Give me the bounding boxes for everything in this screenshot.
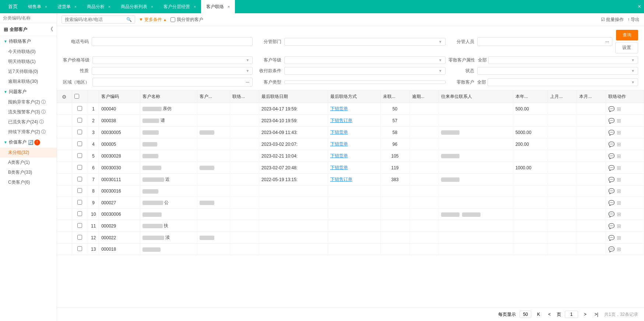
customer-level-select[interactable]: ▼	[284, 56, 445, 64]
grid-action-icon[interactable]: ⊞	[617, 141, 621, 147]
sidebar-group-value[interactable]: ▼ 价值客户 🔄 !	[0, 137, 57, 148]
grid-action-icon[interactable]: ⊞	[617, 106, 621, 112]
close-tab-4-icon[interactable]: ×	[194, 4, 196, 9]
row-select-checkbox[interactable]	[77, 188, 82, 193]
nav-home[interactable]: 首页	[3, 3, 23, 10]
row-checkbox[interactable]	[72, 138, 88, 150]
row-select-checkbox[interactable]	[77, 211, 82, 216]
grid-action-icon[interactable]: ⊞	[617, 246, 621, 252]
col-contact[interactable]: 联络...	[230, 91, 259, 103]
export-btn[interactable]: ↑ 导出	[627, 17, 640, 23]
close-tab-5-icon[interactable]: ×	[228, 4, 230, 9]
grid-action-icon[interactable]: ⊞	[617, 223, 621, 229]
row-checkbox[interactable]	[72, 232, 88, 244]
scattered-attr-select[interactable]: ▼	[488, 56, 638, 64]
message-icon[interactable]: 💬	[608, 188, 615, 194]
sidebar-group-problem[interactable]: ▼ 问题客户	[0, 87, 57, 97]
message-icon[interactable]: 💬	[608, 246, 615, 252]
message-icon[interactable]: 💬	[608, 106, 615, 112]
price-level-select[interactable]: ▼	[92, 56, 253, 64]
row-checkbox[interactable]	[72, 174, 88, 186]
sidebar-item-ungrouped[interactable]: 未分组(32)	[0, 148, 57, 158]
row-select-checkbox[interactable]	[77, 165, 82, 170]
grid-action-icon[interactable]: ⊞	[617, 211, 621, 217]
close-tab-3-icon[interactable]: ×	[151, 4, 153, 9]
col-code[interactable]: 客户编码	[99, 91, 140, 103]
filter-search-icon[interactable]: 🔍	[126, 17, 132, 22]
sidebar-item-today[interactable]: 今天待联络(0)	[0, 47, 57, 57]
row-select-checkbox[interactable]	[77, 177, 82, 181]
col-this-month[interactable]: 本月...	[577, 91, 606, 103]
nav-tab-customer-contact[interactable]: 客户联络 ×	[201, 0, 235, 13]
col-last-month[interactable]: 上月...	[548, 91, 577, 103]
filter-search-input[interactable]	[65, 17, 126, 22]
sidebar-item-class-c[interactable]: C类客户(6)	[0, 177, 57, 187]
message-icon[interactable]: 💬	[608, 165, 615, 171]
row-select-checkbox[interactable]	[77, 118, 82, 123]
query-button[interactable]: 查询	[616, 30, 638, 40]
sidebar-item-overdue[interactable]: 逾期未联络(30)	[0, 77, 57, 87]
row-checkbox[interactable]	[72, 244, 88, 255]
my-customers-checkbox-label[interactable]: 我分管的客户	[170, 17, 203, 23]
row-select-checkbox[interactable]	[77, 200, 82, 205]
row-select-checkbox[interactable]	[77, 130, 82, 134]
sidebar-search-input[interactable]	[3, 15, 57, 21]
sidebar-item-churned[interactable]: 已流失客户(24) ⓘ	[0, 117, 57, 127]
message-icon[interactable]: 💬	[608, 118, 615, 124]
my-customers-checkbox[interactable]	[170, 17, 175, 22]
batch-operation-btn[interactable]: ☑ 批量操作	[601, 17, 624, 23]
close-tab-1-icon[interactable]: ×	[74, 4, 77, 9]
col-name[interactable]: 客户名称	[140, 91, 197, 103]
nav-tab-sales[interactable]: 销售单 ×	[23, 0, 52, 13]
row-select-checkbox[interactable]	[77, 153, 82, 158]
nature-select[interactable]: ▼	[92, 67, 253, 75]
more-conditions-btn[interactable]: ▼ 更多条件 ▲	[139, 17, 167, 23]
row-checkbox[interactable]	[72, 186, 88, 197]
reset-button[interactable]: 设置	[615, 42, 638, 53]
sidebar-item-class-b[interactable]: B类客户(33)	[0, 167, 57, 177]
page-number-input[interactable]	[565, 311, 578, 318]
row-checkbox[interactable]	[72, 197, 88, 209]
col-no-contact[interactable]: 未联...	[380, 91, 409, 103]
table-settings-icon[interactable]: ⚙	[57, 91, 72, 103]
nav-tab-customer-tier[interactable]: 客户分层经营 ×	[158, 0, 201, 13]
grid-action-icon[interactable]: ⊞	[617, 188, 621, 194]
payment-select[interactable]: ▼	[284, 67, 445, 75]
message-icon[interactable]: 💬	[608, 200, 615, 206]
contact-method-link[interactable]: 下销货单	[330, 165, 348, 170]
row-checkbox[interactable]	[72, 127, 88, 138]
message-icon[interactable]: 💬	[608, 177, 615, 183]
row-checkbox[interactable]	[72, 115, 88, 127]
nav-tab-product-analysis[interactable]: 商品分析 ×	[82, 0, 116, 13]
sidebar-item-declining[interactable]: 持续下滑客户(2) ⓘ	[0, 127, 57, 137]
contact-method-link[interactable]: 下销货单	[330, 153, 348, 158]
first-page-btn[interactable]: K	[535, 311, 542, 318]
sidebar-item-class-a[interactable]: A类客户(1)	[0, 158, 57, 167]
contact-method-link[interactable]: 下销货单	[330, 141, 348, 147]
customer-type-select[interactable]	[284, 80, 445, 84]
select-all-checkbox[interactable]	[74, 94, 79, 99]
row-checkbox[interactable]	[72, 150, 88, 162]
message-icon[interactable]: 💬	[608, 235, 615, 241]
col-overdue[interactable]: 逾期...	[409, 91, 439, 103]
row-select-checkbox[interactable]	[77, 106, 82, 111]
prev-page-btn[interactable]: <	[546, 311, 553, 318]
contact-method-link[interactable]: 下销售订单	[330, 177, 352, 182]
close-tab-2-icon[interactable]: ×	[108, 4, 110, 9]
page-size-select[interactable]: 50	[520, 311, 531, 318]
message-icon[interactable]: 💬	[608, 130, 615, 135]
grid-action-icon[interactable]: ⊞	[617, 165, 621, 171]
contact-method-link[interactable]: 下销货单	[330, 130, 348, 135]
nav-tab-product-list[interactable]: 商品分析列表 ×	[116, 0, 158, 13]
grid-action-icon[interactable]: ⊞	[617, 177, 621, 183]
col-this-year[interactable]: 本年...	[513, 91, 548, 103]
col-level[interactable]: 客户...	[197, 91, 230, 103]
row-checkbox[interactable]	[72, 220, 88, 232]
close-window-icon[interactable]: ×	[638, 3, 641, 10]
row-select-checkbox[interactable]	[77, 246, 82, 251]
next-page-btn[interactable]: >	[582, 311, 589, 318]
row-select-checkbox[interactable]	[77, 223, 82, 228]
grid-action-icon[interactable]: ⊞	[617, 130, 621, 135]
sidebar-collapse-icon[interactable]: 《	[48, 26, 53, 33]
sidebar-all-customers[interactable]: ⊞ 全部客户 《	[0, 23, 57, 36]
